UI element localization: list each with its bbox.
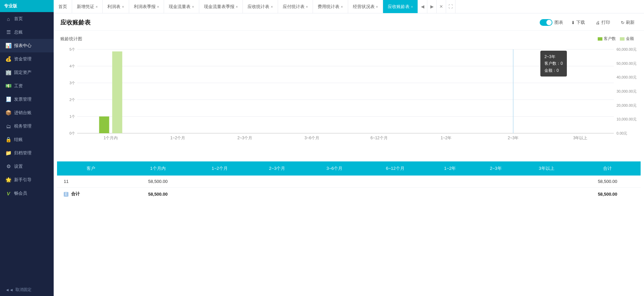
tab-ar-aging[interactable]: 应收账龄表 × — [383, 0, 418, 13]
table-container: 客户 1个月内 1~2个月 2~3个月 3~6个月 6~12个月 1~2年 2~… — [54, 161, 644, 207]
sidebar-item-member[interactable]: V 畅会员 — [0, 187, 54, 200]
pin-icon: ◄◄ — [5, 288, 13, 292]
tab-operation-stat[interactable]: 经营状况表 × — [348, 0, 383, 13]
footer-y3plus — [519, 188, 574, 201]
refresh-icon: ↻ — [621, 20, 625, 25]
page-header: 应收账龄表 图表 ⬇ 下载 🖨 打印 ↻ 刷新 — [54, 13, 644, 31]
col-header-total: 合计 — [575, 161, 641, 176]
col-header-y12: 1~2年 — [427, 161, 473, 176]
assets-icon: 🏢 — [5, 69, 11, 76]
cell-m36 — [306, 176, 363, 188]
sidebar-pin-toggle[interactable]: ◄◄ 取消固定 — [0, 284, 54, 296]
svg-text:4个: 4个 — [69, 64, 75, 68]
refresh-btn[interactable]: ↻ 刷新 — [618, 18, 637, 27]
col-header-m12: 1~2个月 — [191, 161, 248, 176]
tab-close-profit[interactable]: × — [122, 5, 124, 9]
tab-close-ap-stat[interactable]: × — [306, 5, 308, 9]
tabs-prev-btn[interactable]: ◀ — [418, 0, 427, 13]
tab-close-ar-stat[interactable]: × — [271, 5, 273, 9]
toggle-thumb — [546, 20, 552, 25]
reports-icon: 📊 — [5, 43, 11, 49]
footer-y12 — [427, 188, 473, 201]
svg-text:3年以上: 3年以上 — [573, 136, 588, 140]
tab-close-ar-aging[interactable]: × — [411, 5, 413, 9]
tab-voucher[interactable]: 新增凭证 × — [72, 0, 103, 13]
sidebar-item-invoice[interactable]: 🧾 发票管理 — [0, 93, 54, 106]
sidebar-item-sales[interactable]: 📦 进销台账 — [0, 106, 54, 119]
col-header-y23: 2~3年 — [473, 161, 519, 176]
cell-y23 — [473, 176, 519, 188]
sidebar-item-closing[interactable]: 🔒 结账 — [0, 133, 54, 146]
tabs-expand-btn[interactable]: ⛶ — [446, 0, 455, 13]
tab-close-profit-quarter[interactable]: × — [157, 5, 159, 9]
invoice-icon: 🧾 — [5, 96, 11, 102]
svg-text:60,000.00元: 60,000.00元 — [616, 47, 637, 51]
sidebar-item-reports[interactable]: 📊 报表中心 — [0, 39, 54, 52]
archive-icon: 📁 — [5, 150, 11, 156]
tab-expense-stat[interactable]: 费用统计表 × — [313, 0, 348, 13]
svg-text:10,000.00元: 10,000.00元 — [616, 117, 637, 121]
tab-ar-stat[interactable]: 应收统计表 × — [243, 0, 278, 13]
legend-amount-color — [620, 37, 625, 41]
sidebar-item-funds[interactable]: 💰 资金管理 — [0, 52, 54, 66]
tab-close-cashflow[interactable]: × — [192, 5, 194, 9]
download-btn[interactable]: ⬇ 下载 — [569, 18, 588, 27]
sidebar-item-tax[interactable]: 🗂 税务管理 — [0, 119, 54, 133]
tax-icon: 🗂 — [5, 124, 11, 129]
page-title: 应收账龄表 — [60, 18, 91, 27]
sidebar-logo: 专业版 — [0, 0, 54, 12]
sidebar-item-assets[interactable]: 🏢 固定资产 — [0, 66, 54, 79]
total-row: Σ 合计 58,500.00 58,500.00 — [57, 188, 641, 201]
table-body: 11 58,500.00 58,500.00 — [57, 176, 641, 188]
cell-m23 — [249, 176, 306, 188]
legend-amount: 金额 — [620, 36, 634, 42]
tab-close-operation-stat[interactable]: × — [376, 5, 378, 9]
table-row: 11 58,500.00 58,500.00 — [57, 176, 641, 188]
tab-cashflow-quarter[interactable]: 现金流量表季报 × — [199, 0, 243, 13]
aging-table: 客户 1个月内 1~2个月 2~3个月 3~6个月 6~12个月 1~2年 2~… — [57, 161, 641, 200]
tab-profit[interactable]: 利润表 × — [103, 0, 129, 13]
svg-text:1个月内: 1个月内 — [104, 136, 118, 140]
sidebar-item-payroll[interactable]: 💵 工资 — [0, 79, 54, 93]
tab-close-expense-stat[interactable]: × — [341, 5, 343, 9]
svg-text:2~3年: 2~3年 — [508, 136, 519, 140]
tabs-close-all-btn[interactable]: ✕ — [437, 0, 446, 13]
tab-close-cashflow-quarter[interactable]: × — [236, 5, 238, 9]
legend-customers-color — [598, 37, 602, 41]
tab-home[interactable]: 首页 — [54, 0, 72, 13]
svg-text:5个: 5个 — [69, 47, 75, 51]
cell-m612 — [363, 176, 427, 188]
cell-customer: 11 — [57, 176, 125, 188]
sidebar-item-guide[interactable]: 🌟 新手引导 — [0, 173, 54, 187]
print-icon: 🖨 — [596, 20, 600, 25]
svg-text:20,000.00元: 20,000.00元 — [616, 103, 637, 107]
col-header-m1: 1个月内 — [125, 161, 191, 176]
sidebar-item-home[interactable]: ⌂ 首页 — [0, 12, 54, 26]
tab-profit-quarter[interactable]: 利润表季报 × — [129, 0, 164, 13]
legend-customers: 客户数 — [598, 36, 616, 42]
main-area: 首页 新增凭证 × 利润表 × 利润表季报 × 现金流量表 × 现金流量表季报 … — [54, 0, 644, 296]
print-btn[interactable]: 🖨 打印 — [593, 18, 613, 27]
sum-icon: Σ — [64, 192, 68, 197]
sidebar-item-archive[interactable]: 📁 归档管理 — [0, 146, 54, 160]
cell-total: 58,500.00 — [575, 176, 641, 188]
svg-text:6~12个月: 6~12个月 — [370, 136, 387, 140]
cell-m12 — [191, 176, 248, 188]
tab-cashflow[interactable]: 现金流量表 × — [164, 0, 199, 13]
tab-close-voucher[interactable]: × — [96, 5, 98, 9]
svg-text:50,000.00元: 50,000.00元 — [616, 61, 637, 65]
svg-text:2个: 2个 — [69, 98, 75, 102]
footer-m12 — [191, 188, 248, 201]
funds-icon: 💰 — [5, 56, 11, 62]
svg-text:3个: 3个 — [69, 81, 75, 85]
footer-y23 — [473, 188, 519, 201]
chart-toggle[interactable]: 图表 — [540, 19, 563, 26]
sidebar-item-settings[interactable]: ⚙ 设置 — [0, 160, 54, 173]
header-actions: 图表 ⬇ 下载 🖨 打印 ↻ 刷新 — [540, 18, 637, 27]
toggle-track[interactable] — [540, 19, 552, 26]
tabs-next-btn[interactable]: ▶ — [427, 0, 437, 13]
sidebar-item-ledger[interactable]: ☰ 总账 — [0, 26, 54, 39]
tab-ap-stat[interactable]: 应付统计表 × — [278, 0, 313, 13]
chart-legend: 客户数 金额 — [598, 36, 634, 42]
tabs-bar: 首页 新增凭证 × 利润表 × 利润表季报 × 现金流量表 × 现金流量表季报 … — [54, 0, 644, 13]
